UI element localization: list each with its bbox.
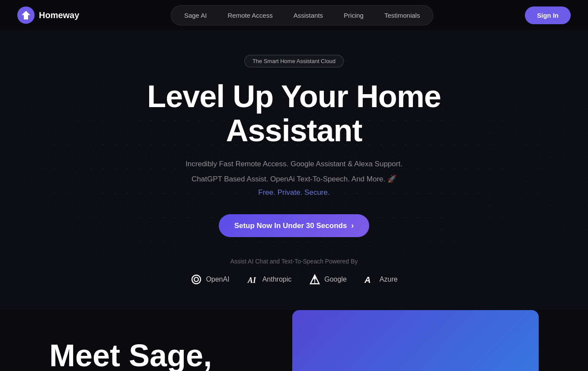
hero-title: Level Up Your Home Assistant (108, 79, 480, 148)
nav-testimonials[interactable]: Testimonials (375, 8, 430, 22)
nav-links: Sage AI Remote Access Assistants Pricing… (171, 5, 434, 25)
ai-partners: OpenAI AI Anthropic (108, 273, 480, 285)
nav-remote-access[interactable]: Remote Access (218, 8, 282, 22)
sage-card (292, 310, 539, 371)
anthropic-label: Anthropic (262, 276, 292, 283)
nav-pricing[interactable]: Pricing (334, 8, 373, 22)
hero-subtitle-2: ChatGPT Based Assist. OpenAi Text-To-Spe… (108, 173, 480, 185)
arrow-icon: › (351, 221, 354, 230)
hero-section: The Smart Home Assistant Cloud Level Up … (0, 30, 588, 310)
cta-label: Setup Now In Under 30 Seconds (234, 222, 347, 230)
azure-icon: A (364, 273, 376, 285)
partner-google: Google (309, 273, 347, 285)
bottom-section: Meet Sage, (0, 310, 588, 371)
nav-assistants[interactable]: Assistants (284, 8, 332, 22)
hero-content: The Smart Home Assistant Cloud Level Up … (99, 55, 489, 286)
navbar: Homeway Sage AI Remote Access Assistants… (0, 0, 588, 30)
google-label: Google (324, 276, 347, 283)
nav-sage-ai[interactable]: Sage AI (175, 8, 217, 22)
logo-text: Homeway (39, 10, 79, 20)
partner-azure: A Azure (364, 273, 398, 285)
hero-badge: The Smart Home Assistant Cloud (244, 55, 344, 67)
openai-icon (190, 273, 202, 285)
logo[interactable]: Homeway (17, 6, 79, 24)
partner-openai: OpenAI (190, 273, 229, 285)
svg-text:A: A (364, 275, 371, 285)
azure-label: Azure (380, 276, 398, 283)
anthropic-icon: AI (247, 273, 259, 285)
hero-tagline: Free. Private. Secure. (108, 188, 480, 197)
signin-button[interactable]: Sign In (525, 6, 571, 24)
powered-by-text: Assist AI Chat and Text-To-Speach Powere… (108, 258, 480, 265)
openai-label: OpenAI (206, 276, 229, 283)
google-icon (309, 273, 321, 285)
partner-anthropic: AI Anthropic (247, 273, 292, 285)
svg-text:AI: AI (247, 276, 256, 285)
meet-sage-title: Meet Sage, (0, 340, 212, 371)
cta-button[interactable]: Setup Now In Under 30 Seconds › (219, 214, 370, 237)
logo-icon (17, 6, 35, 24)
hero-subtitle-1: Incredibly Fast Remote Access. Google As… (108, 158, 480, 170)
